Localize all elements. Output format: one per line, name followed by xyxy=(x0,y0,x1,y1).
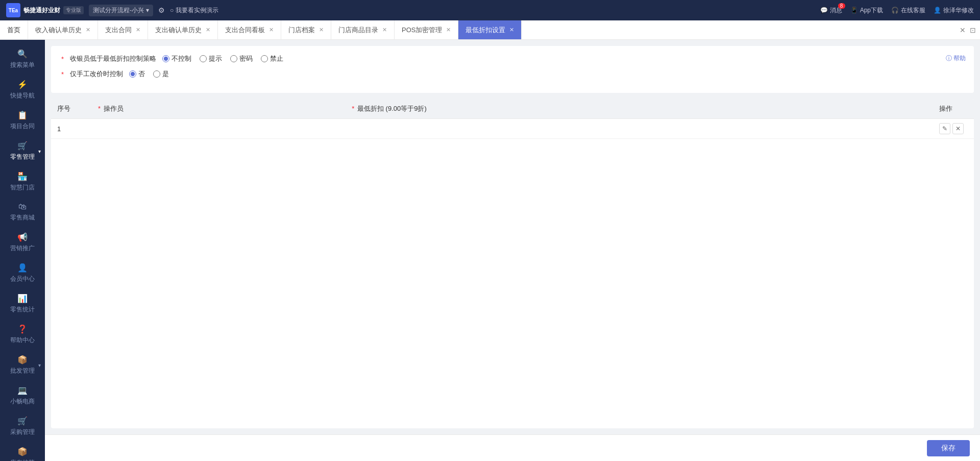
tab-close-payment-contract[interactable]: ✕ xyxy=(136,27,140,33)
tab-min-discount[interactable]: 最低折扣设置 ✕ xyxy=(458,20,522,39)
tab-close-payment-view[interactable]: ✕ xyxy=(269,27,274,33)
settings-icon[interactable]: ⚙ xyxy=(158,6,165,14)
tab-close-payment-confirm-history[interactable]: ✕ xyxy=(206,27,210,33)
headset-icon: 🎧 xyxy=(891,7,899,14)
tab-payment-view[interactable]: 支出合同看板 ✕ xyxy=(218,20,281,39)
sidebar-item-online-store[interactable]: 🛍 零售商城 xyxy=(0,197,45,227)
sidebar-item-shortcut[interactable]: ⚡ 快捷导航 xyxy=(0,75,45,105)
member-icon: 👤 xyxy=(17,263,28,273)
sidebar-item-retail-stats[interactable]: 📊 零售统计 xyxy=(0,288,45,319)
col-operator: * 操作员 xyxy=(92,99,346,119)
pos-password-label: POS加密管理 xyxy=(402,26,442,35)
sidebar-label-inventory: 库存核算 xyxy=(10,458,35,461)
cell-actions: ✎ ✕ xyxy=(933,119,974,139)
cell-seq: 1 xyxy=(51,119,92,139)
col-min-discount: * 最低折扣 (9.00等于9折) xyxy=(346,99,933,119)
radio-forbid-input[interactable] xyxy=(261,55,268,62)
radio-password-input[interactable] xyxy=(230,55,237,62)
avatar: 👤 xyxy=(934,7,941,14)
table-row: 1 ✎ ✕ xyxy=(51,119,974,139)
cashier-control-label: 收银员低于最低折扣控制策略 xyxy=(70,54,156,63)
radio-manual-yes-input[interactable] xyxy=(153,70,160,78)
payment-view-label: 支出合同看板 xyxy=(225,26,265,35)
payment-confirm-history-label: 支出确认单历史 xyxy=(155,26,202,35)
tab-store-file[interactable]: 门店档案 ✕ xyxy=(281,20,331,39)
close-tab-btn[interactable]: ✕ xyxy=(960,26,966,34)
tab-payment-contract[interactable]: 支出合同 ✕ xyxy=(98,20,148,39)
sidebar-item-search[interactable]: 🔍 搜索菜单 xyxy=(0,44,45,75)
tab-income-history[interactable]: 收入确认单历史 ✕ xyxy=(28,20,98,39)
project-selector[interactable]: 测试分开流程-小兴 ▾ xyxy=(89,5,153,16)
sidebar-item-member[interactable]: 👤 会员中心 xyxy=(0,258,45,288)
tab-pos-password[interactable]: POS加密管理 ✕ xyxy=(395,20,458,39)
message-icon: 💬 xyxy=(820,7,828,14)
tab-close-pos-password[interactable]: ✕ xyxy=(446,27,451,33)
sidebar: 🔍 搜索菜单 ⚡ 快捷导航 📋 项目合同 🛒 零售管理 🏪 智慧门店 🛍 零售商… xyxy=(0,40,45,461)
tab-close-income-history[interactable]: ✕ xyxy=(86,27,90,33)
tab-close-store-product[interactable]: ✕ xyxy=(382,27,387,33)
required-star-2: * xyxy=(61,70,64,78)
sidebar-label-shortcut: 快捷导航 xyxy=(10,91,35,100)
sidebar-item-project[interactable]: 📋 项目合同 xyxy=(0,105,45,136)
top-bar-left: TEa 畅捷通好业财 专业版 测试分开流程-小兴 ▾ ⚙ ○ 我要看实例演示 xyxy=(6,3,218,17)
required-star-discount: * xyxy=(352,105,354,112)
tab-store-product[interactable]: 门店商品目录 ✕ xyxy=(331,20,395,39)
cashier-control-row: * 收银员低于最低折扣控制策略 不控制 提示 密码 xyxy=(61,54,964,63)
page-content: * 收银员低于最低折扣控制策略 不控制 提示 密码 xyxy=(45,40,980,434)
settings-card: * 收银员低于最低折扣控制策略 不控制 提示 密码 xyxy=(51,46,974,93)
radio-no-control[interactable]: 不控制 xyxy=(162,54,191,63)
table-card: 序号 * 操作员 * 最低折扣 (9.00等于9折) xyxy=(51,99,974,428)
help-button[interactable]: ⓘ 帮助 xyxy=(946,54,966,63)
project-name: 测试分开流程-小兴 xyxy=(93,6,144,15)
customer-service-btn[interactable]: 🎧 在线客服 xyxy=(891,6,925,15)
app-download-label: App下载 xyxy=(860,6,883,15)
radio-manual-no-label: 否 xyxy=(138,69,145,79)
message-btn[interactable]: 💬 消息 8 xyxy=(820,6,842,15)
payment-contract-label: 支出合同 xyxy=(105,26,132,35)
radio-remind[interactable]: 提示 xyxy=(200,54,222,63)
retail-icon: 🛒 xyxy=(17,141,28,151)
sidebar-item-ecommerce[interactable]: 💻 小畅电商 xyxy=(0,380,45,411)
sidebar-item-retail[interactable]: 🛒 零售管理 xyxy=(0,136,45,166)
edit-row-btn[interactable]: ✎ xyxy=(939,123,950,134)
tab-payment-confirm-history[interactable]: 支出确认单历史 ✕ xyxy=(148,20,218,39)
radio-manual-yes[interactable]: 是 xyxy=(153,69,169,79)
required-star-operator: * xyxy=(98,105,101,112)
radio-remind-input[interactable] xyxy=(200,55,207,62)
row-actions: ✎ ✕ xyxy=(939,123,968,134)
message-badge: 8 xyxy=(838,3,845,9)
sidebar-item-wholesale[interactable]: 📦 批发管理 xyxy=(0,350,45,380)
sidebar-label-purchase: 采购管理 xyxy=(10,428,35,436)
radio-manual-yes-label: 是 xyxy=(162,69,169,79)
tab-home[interactable]: 首页 xyxy=(0,20,28,39)
top-bar: TEa 畅捷通好业财 专业版 测试分开流程-小兴 ▾ ⚙ ○ 我要看实例演示 💬… xyxy=(0,0,980,20)
store-file-label: 门店档案 xyxy=(288,26,315,35)
delete-row-btn[interactable]: ✕ xyxy=(952,123,964,134)
expand-tab-btn[interactable]: ⊡ xyxy=(970,26,976,34)
demo-link[interactable]: ○ 我要看实例演示 xyxy=(170,6,218,15)
help-circle-icon: ⓘ xyxy=(946,54,952,63)
radio-manual-no[interactable]: 否 xyxy=(129,69,145,79)
radio-password[interactable]: 密码 xyxy=(230,54,253,63)
min-discount-label: 最低折扣设置 xyxy=(465,26,505,35)
app-download-btn[interactable]: 📱 App下载 xyxy=(850,6,883,15)
save-button[interactable]: 保存 xyxy=(927,440,970,456)
inventory-icon: 📦 xyxy=(17,447,28,456)
radio-no-control-input[interactable] xyxy=(162,55,169,62)
manual-control-label: 仅手工改价时控制 xyxy=(70,69,123,79)
sidebar-item-inventory[interactable]: 📦 库存核算 xyxy=(0,442,45,461)
radio-forbid[interactable]: 禁止 xyxy=(261,54,283,63)
retail-stats-icon: 📊 xyxy=(17,294,28,303)
radio-manual-no-input[interactable] xyxy=(129,70,136,78)
tab-close-min-discount[interactable]: ✕ xyxy=(509,27,514,33)
tab-close-store-file[interactable]: ✕ xyxy=(319,27,324,33)
sidebar-item-purchase[interactable]: 🛒 采购管理 xyxy=(0,411,45,442)
cashier-control-options: 不控制 提示 密码 禁止 xyxy=(162,54,283,63)
sidebar-item-help[interactable]: ❓ 帮助中心 xyxy=(0,319,45,350)
table-header-row: 序号 * 操作员 * 最低折扣 (9.00等于9折) xyxy=(51,99,974,119)
project-icon: 📋 xyxy=(17,110,28,120)
sidebar-item-marketing[interactable]: 📢 营销推广 xyxy=(0,227,45,258)
user-btn[interactable]: 👤 徐泽华修改 xyxy=(934,6,974,15)
manual-control-row: * 仅手工改价时控制 否 是 xyxy=(61,69,964,79)
sidebar-item-smart-store[interactable]: 🏪 智慧门店 xyxy=(0,166,45,197)
